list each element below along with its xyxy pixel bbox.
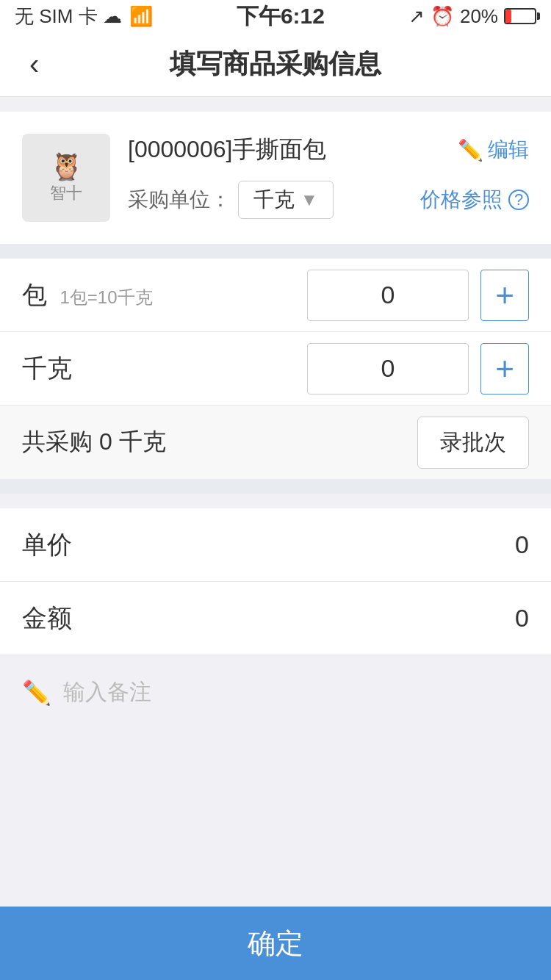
back-button[interactable]: ‹ [22, 40, 46, 88]
price-reference-button[interactable]: 价格参照 ? [420, 186, 529, 214]
location-icon: ↗ [408, 5, 425, 28]
bag-sub-label: 1包=10千克 [60, 287, 152, 307]
status-left: 无 SIM 卡 ☁ 📶 [15, 4, 153, 29]
unit-price-value: 0 [515, 530, 529, 559]
batch-button[interactable]: 录批次 [417, 417, 529, 469]
kg-input-row: 千克 0 + [0, 332, 551, 406]
input-section: 包 1包=10千克 0 + 千克 0 + [0, 259, 551, 406]
product-name: [0000006]手撕面包 [128, 134, 326, 166]
kg-input-container: 0 + [110, 343, 529, 394]
sim-label: 无 SIM 卡 ☁ [15, 4, 122, 29]
status-bar: 无 SIM 卡 ☁ 📶 下午6:12 ↗ ⏰ 20% [0, 0, 551, 32]
section-divider-2 [0, 479, 551, 494]
unit-price-label: 单价 [22, 528, 72, 562]
bag-plus-button[interactable]: + [480, 270, 529, 321]
summary-text: 共采购 0 千克 [22, 426, 166, 458]
notes-section[interactable]: ✏️ 输入备注 [0, 655, 551, 729]
battery-icon [504, 8, 536, 24]
battery-percent: 20% [460, 5, 498, 28]
unit-selector-group: 采购单位： 千克 ▼ [128, 181, 334, 219]
kg-plus-button[interactable]: + [480, 343, 529, 394]
confirm-button[interactable]: 确定 [0, 907, 551, 980]
unit-select[interactable]: 千克 ▼ [238, 181, 334, 219]
notes-placeholder: 输入备注 [63, 677, 151, 707]
amount-row: 金额 0 [0, 582, 551, 655]
edit-button[interactable]: ✏️ 编辑 [458, 136, 529, 164]
purchase-unit-row: 采购单位： 千克 ▼ 价格参照 ? [128, 181, 529, 219]
unit-price-row: 单价 0 [0, 508, 551, 582]
summary-row: 共采购 0 千克 录批次 [0, 406, 551, 479]
bag-input-container: 0 + [153, 270, 529, 321]
edit-label: 编辑 [488, 136, 529, 164]
unit-value: 千克 [253, 186, 295, 214]
bag-input-row: 包 1包=10千克 0 + [0, 259, 551, 332]
status-right: ↗ ⏰ 20% [408, 5, 536, 28]
product-logo: 🦉 智十 [50, 151, 83, 204]
status-time: 下午6:12 [237, 1, 325, 32]
amount-value: 0 [515, 604, 529, 633]
bottom-spacer [0, 729, 551, 818]
pencil-icon: ✏️ [22, 679, 51, 707]
info-icon: ? [508, 190, 529, 210]
product-image: 🦉 智十 [22, 134, 110, 222]
page-title: 填写商品采购信息 [170, 46, 381, 82]
price-ref-label: 价格参照 [420, 186, 503, 214]
edit-icon: ✏️ [458, 138, 483, 162]
amount-label: 金额 [22, 602, 72, 635]
alarm-icon: ⏰ [431, 5, 454, 28]
chevron-down-icon: ▼ [300, 190, 318, 210]
section-divider-1 [0, 244, 551, 259]
kg-label: 千克 [22, 352, 110, 386]
kg-quantity-input[interactable]: 0 [307, 343, 469, 394]
owl-icon: 🦉 [50, 151, 83, 182]
nav-bar: ‹ 填写商品采购信息 [0, 32, 551, 97]
product-info: [0000006]手撕面包 ✏️ 编辑 采购单位： 千克 ▼ 价格参照 ? [128, 134, 529, 219]
purchase-unit-label: 采购单位： [128, 186, 231, 214]
product-card: 🦉 智十 [0000006]手撕面包 ✏️ 编辑 采购单位： 千克 ▼ 价格参照… [0, 112, 551, 244]
bag-label: 包 1包=10千克 [22, 278, 153, 312]
price-section: 单价 0 金额 0 [0, 508, 551, 655]
bag-quantity-input[interactable]: 0 [307, 270, 469, 321]
logo-text: 智十 [50, 182, 82, 204]
wifi-icon: 📶 [129, 5, 153, 28]
product-name-row: [0000006]手撕面包 ✏️ 编辑 [128, 134, 529, 166]
